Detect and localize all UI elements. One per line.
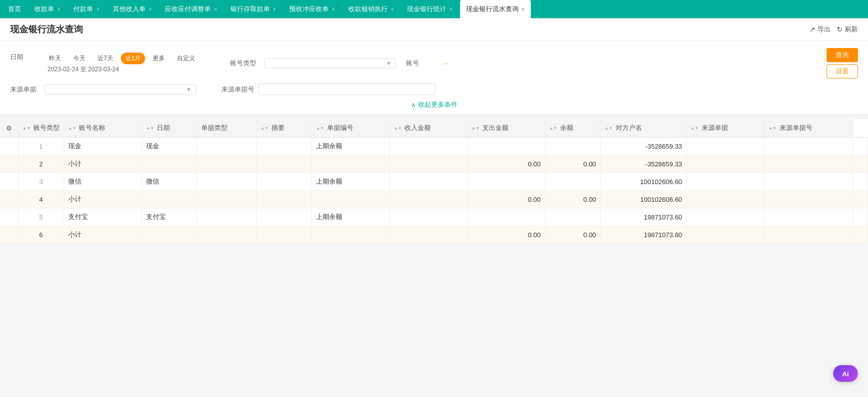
cell-date bbox=[197, 155, 256, 173]
date-label: 日期 bbox=[10, 53, 40, 62]
nav-tab-receipt-verify[interactable]: 收款核销执行 × bbox=[342, 0, 400, 18]
cell-date bbox=[197, 138, 256, 155]
th-account-name[interactable]: ▲▼ 账号名称 bbox=[64, 119, 142, 138]
sort-arrows-icon: ▲▼ bbox=[23, 126, 31, 130]
close-icon[interactable]: × bbox=[273, 6, 276, 12]
nav-tab-bank-deposit[interactable]: 银行存取款单 × bbox=[224, 0, 282, 18]
date-btn-more[interactable]: 更多 bbox=[148, 53, 169, 64]
close-icon[interactable]: × bbox=[57, 6, 60, 12]
payment-label: 付款单 bbox=[73, 5, 93, 14]
receipt-label: 收款单 bbox=[34, 5, 54, 14]
cell-source-doc-no bbox=[853, 191, 868, 208]
source-doc-arrow-icon: ▼ bbox=[186, 86, 192, 93]
th-source-doc-no[interactable]: ▲▼ 来源单据号 bbox=[764, 119, 853, 138]
date-btn-today[interactable]: 今天 bbox=[69, 53, 90, 64]
cell-source-doc bbox=[764, 155, 853, 173]
close-icon[interactable]: × bbox=[449, 6, 452, 12]
gear-icon[interactable]: ⚙ bbox=[6, 124, 12, 132]
cell-source-doc bbox=[764, 173, 853, 191]
date-btn-1month[interactable]: 近1月 bbox=[121, 53, 146, 64]
home-label: 首页 bbox=[8, 5, 21, 14]
account-ellipsis-button[interactable]: ··· bbox=[440, 59, 450, 67]
cell-date bbox=[197, 173, 256, 191]
cash-bank-query-label: 现金银行流水查询 bbox=[466, 5, 519, 14]
export-button[interactable]: ↗ 导出 bbox=[809, 25, 831, 34]
th-source-doc[interactable]: ▲▼ 来源单据 bbox=[687, 119, 764, 138]
cell-source-doc-no bbox=[853, 138, 868, 155]
nav-tab-cash-bank-stat[interactable]: 现金银行统计 × bbox=[401, 0, 459, 18]
table-row: 4小计0.000.00100102606.60 bbox=[0, 191, 868, 208]
cell-counterparty bbox=[687, 173, 764, 191]
date-option-buttons: 昨天 今天 近7天 近1月 更多 自定义 bbox=[44, 53, 200, 64]
cell-balance: 19871073.60 bbox=[601, 226, 687, 244]
row-number: 6 bbox=[18, 226, 64, 244]
nav-tab-home[interactable]: 首页 bbox=[2, 0, 27, 18]
cell-doc-no bbox=[389, 191, 467, 208]
source-doc-select[interactable]: ▼ bbox=[44, 84, 196, 95]
account-type-label: 账号类型 bbox=[230, 59, 260, 68]
nav-tab-other-income[interactable]: 其他收入单 × bbox=[107, 0, 158, 18]
th-income[interactable]: ▲▼ 收入金额 bbox=[389, 119, 467, 138]
date-btn-7days[interactable]: 近7天 bbox=[93, 53, 118, 64]
close-icon[interactable]: × bbox=[522, 6, 525, 12]
th-expense[interactable]: ▲▼ 支出金额 bbox=[467, 119, 545, 138]
cell-account-name: 微信 bbox=[142, 173, 197, 191]
refresh-icon: ↻ bbox=[837, 25, 843, 33]
cell-counterparty bbox=[687, 138, 764, 155]
th-date[interactable]: ▲▼ 日期 bbox=[142, 119, 197, 138]
close-icon[interactable]: × bbox=[214, 6, 217, 12]
cell-income: 0.00 bbox=[467, 226, 545, 244]
nav-tab-cash-bank-query[interactable]: 现金银行流水查询 × bbox=[460, 0, 531, 18]
filter-area: 日期 昨天 今天 近7天 近1月 更多 自定义 2023-02-24 至 202… bbox=[0, 41, 868, 115]
cell-counterparty bbox=[687, 191, 764, 208]
sort-arrows-icon: ▲▼ bbox=[316, 126, 324, 130]
cell-summary bbox=[312, 155, 390, 173]
table-header-row: ⚙ ▲▼ 账号类型 ▲▼ 账号名称 ▲▼ 日期 单据类型 ▲▼ 摘要 bbox=[0, 119, 868, 138]
cell-date bbox=[197, 191, 256, 208]
cell-gear bbox=[0, 138, 18, 155]
date-btn-custom[interactable]: 自定义 bbox=[172, 53, 200, 64]
cell-doc-type bbox=[256, 173, 312, 191]
cell-gear bbox=[0, 226, 18, 244]
cell-account-name bbox=[142, 226, 197, 244]
th-doc-no[interactable]: ▲▼ 单据编号 bbox=[312, 119, 390, 138]
close-icon[interactable]: × bbox=[149, 6, 152, 12]
close-icon[interactable]: × bbox=[332, 6, 335, 12]
th-summary[interactable]: ▲▼ 摘要 bbox=[256, 119, 312, 138]
account-type-select[interactable]: ▼ bbox=[264, 58, 396, 68]
cell-summary bbox=[312, 191, 390, 208]
nav-tab-prepaid-clear[interactable]: 预收冲应收单 × bbox=[283, 0, 341, 18]
cell-expense: 0.00 bbox=[545, 191, 601, 208]
source-doc-num-input[interactable] bbox=[258, 83, 435, 95]
header-actions: ↗ 导出 ↻ 刷新 bbox=[809, 25, 858, 34]
cell-doc-type bbox=[256, 155, 312, 173]
cell-account-name: 支付宝 bbox=[142, 208, 197, 226]
bank-deposit-label: 银行存取款单 bbox=[231, 5, 270, 14]
refresh-label: 刷新 bbox=[845, 25, 858, 34]
account-type-filter-group: 账号类型 ▼ bbox=[230, 58, 396, 68]
date-btn-yesterday[interactable]: 昨天 bbox=[44, 53, 66, 64]
nav-tab-payment[interactable]: 付款单 × bbox=[67, 0, 105, 18]
th-account-type[interactable]: ▲▼ 账号类型 bbox=[18, 119, 64, 138]
th-balance[interactable]: ▲▼ 余额 bbox=[545, 119, 601, 138]
cell-doc-type bbox=[256, 138, 312, 155]
cell-balance: 100102606.60 bbox=[601, 173, 687, 191]
export-label: 导出 bbox=[817, 25, 831, 34]
cell-date bbox=[197, 226, 256, 244]
collapse-bar[interactable]: ∧ 收起更多条件 bbox=[10, 100, 858, 109]
query-button[interactable]: 查询 bbox=[827, 48, 858, 62]
page-title: 现金银行流水查询 bbox=[10, 23, 83, 35]
nav-tab-ar-ap-adjust[interactable]: 应收应付调整单 × bbox=[159, 0, 223, 18]
cell-doc-no bbox=[389, 155, 467, 173]
close-icon[interactable]: × bbox=[391, 6, 394, 12]
other-income-label: 其他收入单 bbox=[113, 5, 146, 14]
table-row: 2小计0.000.00-3528659.33 bbox=[0, 155, 868, 173]
collapse-arrow-icon: ∧ bbox=[411, 101, 416, 109]
close-icon[interactable]: × bbox=[96, 6, 99, 12]
refresh-button[interactable]: ↻ 刷新 bbox=[837, 25, 858, 34]
table-row: 1现金现金上期余额-3528659.33 bbox=[0, 138, 868, 155]
nav-tab-receipt[interactable]: 收款单 × bbox=[28, 0, 66, 18]
th-counterparty[interactable]: ▲▼ 对方户名 bbox=[601, 119, 687, 138]
sort-arrows-icon: ▲▼ bbox=[146, 126, 154, 130]
settings-button[interactable]: 设置 bbox=[827, 64, 858, 78]
